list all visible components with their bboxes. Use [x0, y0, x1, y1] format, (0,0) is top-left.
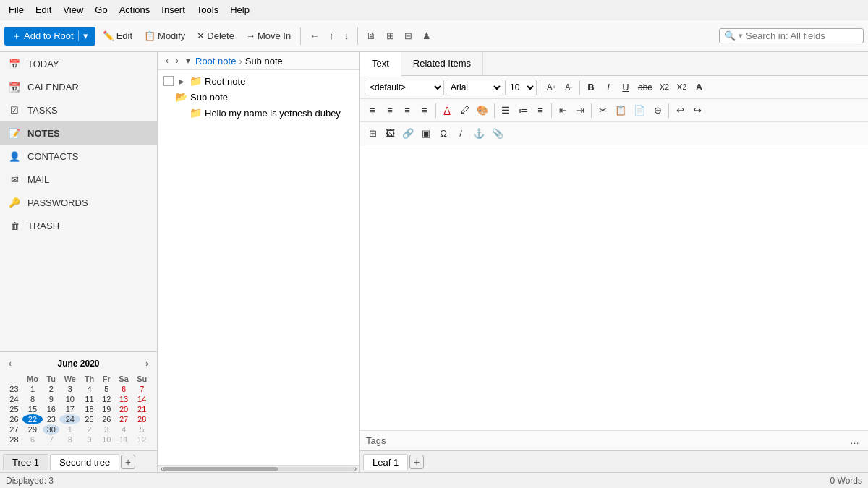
link-button[interactable]: 🔗 — [399, 126, 417, 142]
tree-expand-icon2[interactable] — [176, 108, 187, 118]
sidebar-item-passwords[interactable]: 🔑 PASSWORDS — [0, 191, 157, 214]
tree-tab-2[interactable]: Second tree — [50, 454, 119, 470]
bullet-list-button[interactable]: ☰ — [498, 103, 514, 119]
breadcrumb-forward-button[interactable]: › — [174, 55, 181, 67]
cal-day-cell[interactable]: 24 — [59, 414, 80, 424]
search-input[interactable] — [746, 30, 861, 41]
align-center-button[interactable]: ≡ — [382, 103, 398, 119]
tree-checkbox[interactable] — [163, 76, 174, 86]
style-select[interactable]: <default> — [365, 80, 444, 95]
table-button[interactable]: ⊞ — [365, 126, 380, 142]
sidebar-item-today[interactable]: 📅 TODAY — [0, 52, 157, 75]
align-justify-button[interactable]: ≡ — [417, 103, 433, 119]
cal-day-cell[interactable]: 15 — [22, 404, 43, 414]
cal-day-cell[interactable]: 13 — [115, 394, 133, 404]
menu-help[interactable]: Help — [224, 3, 255, 17]
nav-up-button[interactable]: ↑ — [326, 28, 338, 43]
cal-prev-button[interactable]: ‹ — [6, 358, 14, 369]
font-select[interactable]: Arial — [446, 80, 503, 95]
cal-day-cell[interactable]: 14 — [132, 394, 151, 404]
list-style-button[interactable]: ≡ — [532, 103, 548, 119]
cal-day-cell[interactable]: 9 — [80, 435, 98, 445]
cal-next-button[interactable]: › — [142, 358, 151, 369]
menu-go[interactable]: Go — [89, 3, 113, 17]
cal-day-cell[interactable]: 7 — [43, 435, 59, 445]
undo-button[interactable]: ↩ — [672, 103, 688, 119]
menu-file[interactable]: File — [3, 3, 30, 17]
cal-day-cell[interactable]: 8 — [22, 394, 43, 404]
tree-scroll-track[interactable] — [163, 467, 354, 471]
indent-increase-button[interactable]: ⇥ — [572, 103, 588, 119]
cal-day-cell[interactable]: 5 — [98, 384, 115, 394]
image-button[interactable]: 🖼 — [382, 126, 398, 142]
cal-day-cell[interactable]: 12 — [98, 394, 115, 404]
font-larger-button[interactable]: A+ — [543, 80, 559, 95]
cal-day-cell[interactable]: 8 — [59, 435, 80, 445]
align-right-button[interactable]: ≡ — [399, 103, 415, 119]
bold-button[interactable]: B — [583, 80, 599, 95]
font-color-expand-button[interactable]: A — [691, 80, 707, 95]
sidebar-item-contacts[interactable]: 👤 CONTACTS — [0, 145, 157, 168]
attachment-button[interactable]: 📎 — [489, 126, 506, 142]
cal-day-cell[interactable]: 21 — [132, 404, 151, 414]
cal-day-cell[interactable]: 12 — [132, 435, 151, 445]
ordered-list-button[interactable]: ≔ — [515, 103, 531, 119]
add-to-root-button[interactable]: ＋ Add to Root ▾ — [4, 27, 95, 46]
paste-special-button[interactable]: ⊕ — [650, 103, 665, 119]
leaf-tab-1[interactable]: Leaf 1 — [363, 454, 408, 470]
cal-day-cell[interactable]: 18 — [80, 404, 98, 414]
cal-day-cell[interactable]: 6 — [22, 435, 43, 445]
tags-more-button[interactable]: … — [847, 435, 862, 446]
cal-day-cell[interactable]: 3 — [59, 384, 80, 394]
font-color-button[interactable]: A — [439, 103, 455, 119]
italic-button[interactable]: I — [600, 80, 616, 95]
editor-tab-related[interactable]: Related Items — [401, 52, 483, 75]
toolbar-action-3[interactable]: ⊟ — [401, 28, 416, 43]
breadcrumb-dropdown-button[interactable]: ▾ — [184, 55, 192, 67]
toolbar-action-1[interactable]: 🗎 — [363, 28, 380, 43]
strikethrough-button[interactable]: abc — [635, 80, 655, 95]
paste-button[interactable]: 📄 — [631, 103, 648, 119]
tree-scrollbar[interactable]: ‹ › — [158, 465, 359, 472]
cal-day-cell[interactable]: 2 — [43, 384, 59, 394]
cal-day-cell[interactable]: 2 — [80, 424, 98, 435]
sidebar-item-calendar[interactable]: 📆 CALENDAR — [0, 75, 157, 98]
copy-button[interactable]: 📋 — [612, 103, 629, 119]
cal-day-cell[interactable]: 10 — [98, 435, 115, 445]
cal-day-cell[interactable]: 1 — [22, 384, 43, 394]
cal-day-cell[interactable]: 30 — [43, 424, 59, 435]
tree-item-hello[interactable]: 📁 Hello my name is yetnesh dubey — [158, 105, 359, 121]
cal-day-cell[interactable]: 23 — [43, 414, 59, 424]
cal-day-cell[interactable]: 7 — [132, 384, 151, 394]
cal-day-cell[interactable]: 9 — [43, 394, 59, 404]
nav-back-button[interactable]: ← — [306, 28, 323, 43]
anchor-button[interactable]: ⚓ — [470, 126, 488, 142]
menu-actions[interactable]: Actions — [114, 3, 156, 17]
cal-day-cell[interactable]: 22 — [22, 414, 43, 424]
align-left-button[interactable]: ≡ — [365, 103, 380, 119]
menu-edit[interactable]: Edit — [30, 3, 57, 17]
editor-area[interactable] — [360, 145, 868, 430]
nav-down-button[interactable]: ↓ — [341, 28, 353, 43]
indent-decrease-button[interactable]: ⇤ — [555, 103, 571, 119]
cal-day-cell[interactable]: 20 — [115, 404, 133, 414]
size-select[interactable]: 10 — [505, 80, 537, 95]
cut-button[interactable]: ✂ — [595, 103, 610, 119]
cal-day-cell[interactable]: 25 — [80, 414, 98, 424]
tree-item-sub-note[interactable]: 📂 Sub note — [158, 89, 359, 105]
cal-day-cell[interactable]: 3 — [98, 424, 115, 435]
move-in-button[interactable]: → Move In — [242, 28, 295, 43]
tree-item-root-note[interactable]: ▶ 📁 Root note — [158, 73, 359, 89]
tree-tab-1[interactable]: Tree 1 — [3, 454, 48, 470]
cal-day-cell[interactable]: 27 — [115, 414, 133, 424]
cal-day-cell[interactable]: 4 — [80, 384, 98, 394]
cal-day-cell[interactable]: 10 — [59, 394, 80, 404]
line-button[interactable]: / — [453, 126, 469, 142]
cal-day-cell[interactable]: 4 — [115, 424, 133, 435]
tree-scroll-thumb[interactable] — [163, 467, 278, 471]
menu-insert[interactable]: Insert — [156, 3, 191, 17]
toolbar-action-4[interactable]: ♟ — [419, 28, 435, 43]
menu-tools[interactable]: Tools — [191, 3, 224, 17]
tags-input[interactable] — [401, 435, 847, 446]
delete-button[interactable]: ✕ Delete — [192, 28, 239, 43]
